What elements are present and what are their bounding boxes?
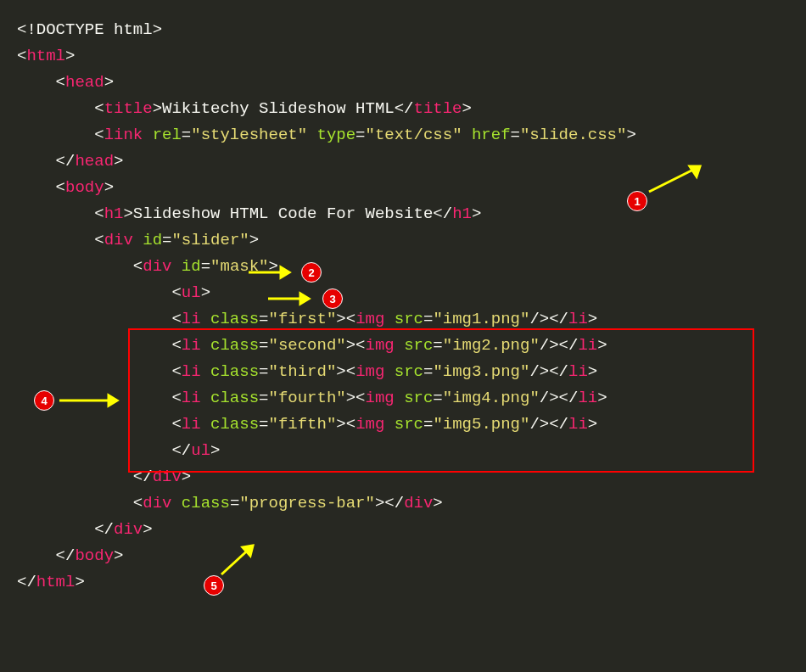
callout-3: 3 (322, 288, 343, 309)
body-open-tag: body (65, 178, 104, 197)
type-attr: type (317, 126, 356, 144)
slider-val: "slider" (171, 231, 249, 249)
img1-tag: img (355, 310, 384, 328)
class-attr-progress: class (182, 494, 230, 512)
ul-open-tag: ul (182, 283, 201, 302)
svg-marker-1 (690, 166, 700, 176)
callout-4: 4 (34, 390, 54, 411)
callout-1: 1 (627, 191, 647, 211)
div-progress-close: div (404, 494, 433, 512)
li1-class: "first" (268, 310, 336, 328)
img1-src: "img1.png" (433, 310, 529, 328)
li1-open: li (182, 310, 201, 328)
link-tag: link (104, 126, 143, 144)
html-open-tag: html (26, 47, 65, 65)
type-val: "text/css" (366, 126, 462, 144)
code-annotated-screenshot: <!DOCTYPE html> <html> <head> <title>Wik… (0, 0, 806, 672)
head-open-tag: head (65, 73, 104, 92)
rel-attr: rel (153, 126, 182, 144)
doctype-line: <!DOCTYPE html> (17, 20, 162, 39)
div-slider-open: div (104, 231, 133, 249)
h1-close-tag: h1 (452, 204, 472, 223)
rel-val: "stylesheet" (191, 126, 307, 144)
h1-open-tag: h1 (104, 204, 124, 223)
li1-close: li (568, 310, 588, 328)
div-slider-close: div (114, 520, 143, 539)
class-attr-1: class (210, 310, 259, 328)
progress-val: "progress-bar" (239, 494, 375, 512)
html-close-tag: html (36, 573, 76, 591)
div-mask-open: div (143, 257, 171, 276)
id-attr-slider: id (143, 231, 162, 249)
svg-line-0 (649, 166, 700, 192)
title-open-tag: title (104, 99, 153, 118)
href-val: "slide.css" (520, 126, 626, 144)
head-close-tag: head (75, 152, 114, 171)
title-close-tag: title (414, 99, 462, 118)
src-attr-1: src (395, 310, 423, 328)
body-close-tag: body (75, 546, 114, 565)
id-attr-mask: id (182, 257, 201, 276)
title-text: Wikitechy Slideshow HTML (162, 99, 395, 118)
callout-5: 5 (204, 575, 224, 596)
href-attr: href (472, 126, 511, 144)
div-progress-open: div (143, 494, 171, 512)
mask-val: "mask" (210, 257, 268, 276)
callout-2: 2 (301, 262, 322, 283)
h1-text: Slideshow HTML Code For Website (133, 204, 433, 223)
li-highlight-box (128, 328, 754, 473)
arrow-1 (641, 158, 717, 200)
